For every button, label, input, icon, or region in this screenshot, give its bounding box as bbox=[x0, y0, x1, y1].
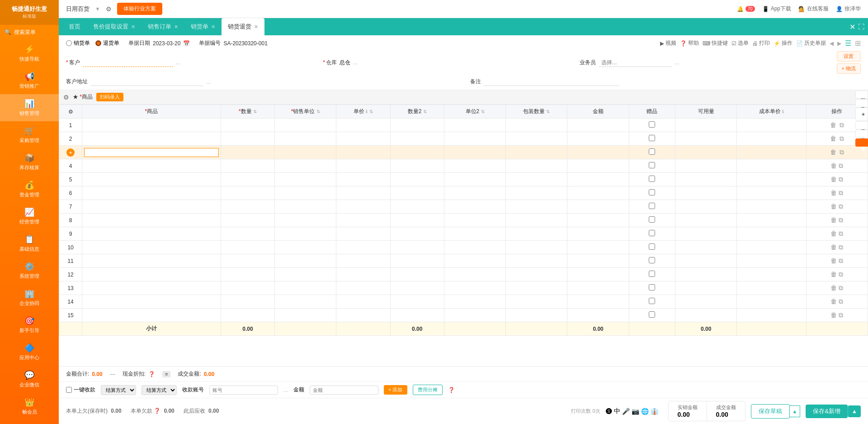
row-price-1[interactable] bbox=[336, 119, 390, 132]
tab-sales-order-close[interactable]: ✕ bbox=[174, 24, 178, 30]
save-new-dropdown[interactable]: ▲ bbox=[848, 405, 861, 417]
tab-expand-icon[interactable]: ⛶ bbox=[858, 23, 864, 30]
row-copy[interactable]: ⧉ bbox=[838, 310, 844, 320]
tab-price-setting[interactable]: 售价提取设置 ✕ bbox=[87, 18, 142, 35]
sidebar-item-sales[interactable]: 📊 销售管理 bbox=[0, 94, 59, 121]
sidebar-item-search[interactable]: 🔍 搜索菜单 bbox=[0, 25, 59, 40]
customer-dots[interactable]: ... bbox=[176, 59, 180, 66]
account-input[interactable] bbox=[209, 386, 278, 395]
help-btn[interactable]: ❓ 帮助 bbox=[680, 39, 699, 47]
row-goods-3[interactable] bbox=[82, 146, 221, 159]
row-unit-1[interactable] bbox=[275, 119, 336, 132]
row-pack-1[interactable] bbox=[506, 119, 567, 132]
next-record-icon[interactable]: ▶ bbox=[837, 40, 841, 47]
select-btn[interactable]: ☑ 选单 bbox=[731, 39, 749, 47]
row-copy[interactable]: ⧉ bbox=[838, 202, 844, 211]
row-copy-2[interactable]: ⧉ bbox=[839, 134, 845, 143]
sidebar-item-app[interactable]: 🔷 应用中心 bbox=[0, 338, 59, 366]
online-service-action[interactable]: 💁 在线客服 bbox=[798, 5, 829, 13]
experience-button[interactable]: 体验行业方案 bbox=[117, 3, 162, 15]
shortcut-btn[interactable]: ⌨ 快捷键 bbox=[703, 39, 728, 47]
address-input[interactable] bbox=[90, 77, 203, 86]
row-delete-1[interactable]: 🗑 bbox=[829, 120, 837, 129]
tab-sales-order[interactable]: 销售订单 ✕ bbox=[142, 18, 184, 35]
row-copy[interactable]: ⧉ bbox=[838, 283, 844, 293]
radio-sale[interactable]: 销货单 bbox=[66, 39, 90, 47]
sidebar-item-finance[interactable]: 💰 资金管理 bbox=[0, 176, 59, 203]
save-draft-button[interactable]: 保存草稿 bbox=[751, 404, 790, 419]
radio-return-input[interactable] bbox=[95, 40, 101, 46]
row-goods-2[interactable] bbox=[82, 132, 221, 146]
row-delete[interactable]: 🗑 bbox=[830, 188, 838, 197]
sidebar-item-system[interactable]: ⚙️ 系统管理 bbox=[0, 257, 59, 284]
sidebar-item-enterprise[interactable]: 🏢 企业协同 bbox=[0, 284, 59, 311]
row-delete[interactable]: 🗑 bbox=[830, 175, 838, 184]
toolbar-gear-icon[interactable]: ⚙ bbox=[63, 94, 69, 101]
list-view-icon[interactable]: ☰ bbox=[845, 39, 851, 48]
settings-gear-button[interactable]: ⚙ bbox=[106, 5, 112, 13]
staff-input[interactable] bbox=[599, 58, 672, 67]
row-goods-1[interactable] bbox=[82, 119, 221, 132]
video-btn[interactable]: ▶ 视频 bbox=[660, 39, 676, 47]
tab-close-all-icon[interactable]: ✕ bbox=[849, 23, 855, 31]
row-qty2-2[interactable] bbox=[390, 132, 444, 146]
right-float-attachment[interactable]: 附件 bbox=[855, 99, 868, 107]
row-copy[interactable]: ⧉ bbox=[838, 256, 844, 266]
row-price-3[interactable] bbox=[336, 146, 390, 159]
pack-sort-icon[interactable]: ⇅ bbox=[546, 109, 550, 114]
unit2-sort-icon[interactable]: ⇅ bbox=[481, 109, 485, 114]
row-avail-3[interactable] bbox=[675, 146, 736, 159]
gift-checkbox-1[interactable] bbox=[649, 121, 655, 128]
tab-sales-return[interactable]: 销货退货 ✕ bbox=[222, 18, 264, 35]
row-copy[interactable]: ⧉ bbox=[838, 243, 844, 252]
goods-input-3[interactable] bbox=[84, 148, 219, 157]
row-amount-3[interactable] bbox=[567, 146, 629, 159]
row-delete[interactable]: 🗑 bbox=[830, 202, 838, 211]
price-info-icon[interactable]: ℹ bbox=[366, 109, 368, 114]
row-copy[interactable]: ⧉ bbox=[838, 161, 844, 171]
sidebar-item-wechat[interactable]: 💬 企业微信 bbox=[0, 366, 59, 393]
gift-checkbox-2[interactable] bbox=[649, 135, 655, 141]
row-delete[interactable]: 🗑 bbox=[830, 310, 838, 319]
row-delete[interactable]: 🗑 bbox=[830, 283, 838, 292]
sidebar-item-marketing[interactable]: 📢 营销推广 bbox=[0, 67, 59, 94]
logistics-button[interactable]: + 物流 bbox=[837, 63, 861, 74]
row-pack-3[interactable] bbox=[506, 146, 567, 159]
grid-view-icon[interactable]: ⊞ bbox=[855, 39, 861, 48]
row-delete[interactable]: 🗑 bbox=[830, 229, 838, 238]
row-amount-2[interactable] bbox=[567, 132, 629, 146]
radio-sale-input[interactable] bbox=[66, 40, 72, 46]
scan-input-button[interactable]: 扫码录入 bbox=[96, 93, 123, 101]
settlement-select[interactable]: 结算方式 bbox=[101, 385, 136, 395]
row-delete[interactable]: 🗑 bbox=[830, 215, 838, 224]
row-gift-2[interactable] bbox=[629, 132, 675, 146]
add-button[interactable]: + 添加 bbox=[384, 385, 407, 395]
right-float-history-bill[interactable]: 往来单据 bbox=[855, 121, 868, 129]
sidebar-item-guide[interactable]: 🎯 新手引导 bbox=[0, 311, 59, 338]
dropdown-icon[interactable]: ▼ bbox=[95, 6, 100, 12]
row-copy[interactable]: ⧉ bbox=[838, 188, 844, 198]
row-cost-2[interactable] bbox=[737, 132, 806, 146]
row-unit2-1[interactable] bbox=[444, 119, 505, 132]
row-pack-2[interactable] bbox=[506, 132, 567, 146]
tab-home[interactable]: 首页 bbox=[62, 18, 87, 35]
row-copy[interactable]: ⧉ bbox=[838, 215, 844, 225]
right-float-template[interactable]: 模板 bbox=[855, 138, 868, 147]
qty-sort-icon[interactable]: ⇅ bbox=[253, 109, 257, 114]
tab-sales-delivery-close[interactable]: ✕ bbox=[211, 24, 215, 30]
row-cost-3[interactable] bbox=[737, 146, 806, 159]
fee-button[interactable]: 费用分摊 bbox=[413, 385, 443, 395]
row-unit-3[interactable] bbox=[275, 146, 336, 159]
user-action[interactable]: 👤 徐泽华 bbox=[836, 5, 861, 13]
price-sort-icon[interactable]: ⇅ bbox=[369, 109, 373, 114]
sidebar-item-operation[interactable]: 📈 经营管理 bbox=[0, 203, 59, 230]
calendar-icon[interactable]: 📅 bbox=[183, 40, 190, 47]
history-btn[interactable]: 📄 历史单据 bbox=[796, 39, 826, 47]
tab-sales-return-close[interactable]: ✕ bbox=[254, 24, 258, 30]
sidebar-item-shortcut[interactable]: ⚡ 快捷导航 bbox=[0, 40, 59, 67]
once-debt-help[interactable]: ❓ bbox=[154, 408, 160, 414]
row-gift-1[interactable] bbox=[629, 119, 675, 132]
row-delete[interactable]: 🗑 bbox=[830, 256, 838, 265]
sidebar-item-inventory[interactable]: 📦 库存核算 bbox=[0, 148, 59, 176]
customer-input[interactable] bbox=[83, 58, 173, 67]
